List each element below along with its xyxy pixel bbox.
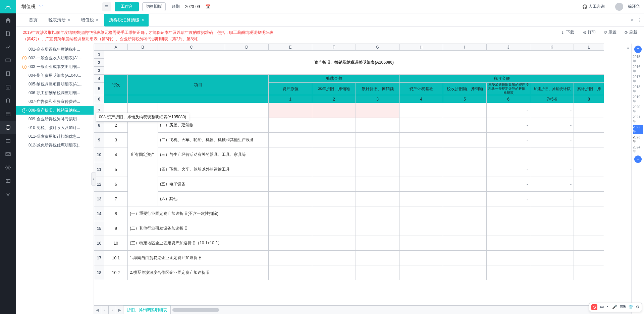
close-icon[interactable]: × — [96, 18, 98, 22]
nav-rail — [0, 0, 16, 314]
svg-rect-1 — [7, 72, 10, 76]
reset-button[interactable]: ↺重置 — [604, 29, 616, 35]
year-scroll-down-icon[interactable]: ⌄ — [634, 155, 642, 163]
nav-report-icon[interactable] — [0, 80, 16, 94]
year-button[interactable]: 2020年 — [633, 105, 643, 114]
nav-doc-icon[interactable] — [0, 27, 16, 40]
tree-item[interactable]: 007-广告费和业务宣传费跨... — [16, 97, 94, 106]
tree-item[interactable]: 006-职工薪酬纳税调整明细... — [16, 88, 94, 97]
warning-badge-icon: ! — [22, 108, 26, 113]
close-all-icon[interactable]: ✕ — [631, 18, 634, 22]
tree-item[interactable]: !008-资产折旧、摊销及纳税... — [16, 106, 94, 115]
calendar-icon[interactable]: 📅 — [205, 4, 210, 9]
download-icon: ⭳ — [561, 30, 565, 35]
horizontal-scrollbar[interactable] — [171, 306, 631, 314]
print-button[interactable]: 🖨打印 — [582, 29, 596, 35]
form-tree: 001-企业所得税年度纳税申...!002-一般企业收入明细表(A1...!00… — [16, 44, 94, 314]
tab[interactable]: 增值税× — [76, 14, 103, 26]
warning-badge-icon: ! — [22, 56, 26, 60]
ime-item[interactable]: ⌨ — [620, 305, 626, 310]
year-rail: ⌃ 2015年2016年2017年2018年2019年2020年2021年202… — [631, 44, 644, 314]
tree-tooltip: 008-资产折旧、摊销及纳税调整明细表(A105080) — [96, 113, 189, 122]
warning-badge-icon: ! — [22, 65, 26, 69]
print-icon: 🖨 — [582, 30, 586, 35]
tab-bar: 首页税表清册×增值税×所得税汇算清缴× ✕ ⋮ — [16, 13, 644, 27]
nav-video-icon[interactable] — [0, 174, 16, 188]
workbench-button[interactable]: 工作台 — [115, 2, 139, 11]
list-icon-button[interactable] — [102, 2, 111, 11]
nav-settings-icon[interactable] — [0, 161, 16, 174]
headset-icon: 🎧 — [582, 4, 587, 9]
close-icon[interactable]: × — [68, 18, 70, 22]
switch-old-button[interactable]: 切换旧版 — [142, 2, 166, 11]
svg-rect-3 — [6, 112, 10, 116]
topbar: 增值税 ﹀ 工作台 切换旧版 账期 2023-09 📅 🎧人工咨询 | 徐泽华 — [16, 0, 644, 13]
tree-item[interactable]: 005-纳税调整项目明细表(A1... — [16, 80, 94, 88]
alert-text: 2019年度涉及取以前年度结转数据的申报表单元格需要手工维护正确，才能保证本年及… — [23, 29, 278, 42]
year-button[interactable]: 2023年 — [633, 135, 643, 144]
expand-icon[interactable]: » — [626, 44, 631, 51]
app-logo — [0, 0, 16, 13]
tree-item[interactable]: 010-免税、减计收入及加计... — [16, 123, 94, 132]
tree-item[interactable]: 012-减免所得税优惠明细表(... — [16, 141, 94, 149]
year-button[interactable]: 2019年 — [633, 95, 643, 104]
tree-item[interactable]: 004-期间费用明细表(A1040... — [16, 71, 94, 80]
sheet-nav-first-icon[interactable]: ◀ — [94, 306, 101, 314]
nav-archive-icon[interactable] — [0, 134, 16, 147]
tab[interactable]: 首页 — [24, 14, 42, 26]
sheet-tab[interactable]: 折旧、摊销调整明细表 — [123, 306, 171, 314]
ime-logo-icon: S — [591, 304, 597, 310]
nav-home-icon[interactable] — [0, 13, 16, 27]
nav-calendar-icon[interactable] — [0, 107, 16, 121]
consult-link[interactable]: 🎧人工咨询 — [582, 4, 605, 9]
ime-toolbar[interactable]: S 中•,🎤⌨👕⚙ — [589, 303, 642, 312]
username: 徐泽华 — [628, 4, 640, 9]
tab[interactable]: 税表清册× — [44, 14, 75, 26]
download-button[interactable]: ⭳下载 — [561, 29, 574, 35]
refresh-icon: ⟳ — [625, 30, 628, 35]
year-button[interactable]: 2016年 — [633, 64, 643, 74]
nav-tax-icon[interactable] — [0, 121, 16, 134]
sheet-nav-last-icon[interactable]: ▶ — [116, 306, 123, 314]
chevron-down-icon[interactable]: ﹀ — [39, 4, 43, 9]
avatar[interactable] — [615, 3, 623, 11]
year-button[interactable]: 2024年 — [633, 145, 643, 154]
sheet-tab-bar: ◀ ‹ › ▶ 折旧、摊销调整明细表 — [94, 305, 631, 314]
tree-item[interactable]: 001-企业所得税年度纳税申... — [16, 45, 94, 54]
close-icon[interactable]: × — [142, 18, 144, 22]
ime-item[interactable]: 🎤 — [612, 305, 617, 310]
year-button[interactable]: 2017年 — [633, 74, 643, 84]
nav-wallet-icon[interactable] — [0, 54, 16, 67]
year-button[interactable]: 2018年 — [633, 84, 643, 94]
sheet-nav-prev-icon[interactable]: ‹ — [101, 306, 109, 314]
tree-item[interactable]: !003-一般企业成本支出明细... — [16, 62, 94, 71]
nav-mail-icon[interactable] — [0, 147, 16, 161]
tab-menu-icon[interactable]: ⋮ — [637, 18, 641, 22]
nav-clipboard-icon[interactable] — [0, 67, 16, 80]
year-scroll-up-icon[interactable]: ⌃ — [634, 46, 642, 53]
year-button[interactable]: 2021年 — [633, 115, 643, 124]
period-label: 账期 — [172, 4, 180, 9]
period-value[interactable]: 2023-09 — [185, 4, 200, 9]
nav-chart-icon[interactable] — [0, 40, 16, 54]
tree-item[interactable]: !002-一般企业收入明细表(A1... — [16, 54, 94, 62]
nav-building-icon[interactable] — [0, 94, 16, 107]
sheet-nav-next-icon[interactable]: › — [109, 306, 116, 314]
refresh-button[interactable]: ⟳刷新 — [625, 29, 637, 35]
svg-rect-4 — [6, 139, 10, 143]
year-button[interactable]: 2015年 — [633, 54, 643, 64]
ime-item[interactable]: 中 — [600, 305, 604, 310]
svg-rect-0 — [6, 59, 10, 62]
nav-v-icon[interactable] — [0, 188, 16, 201]
ime-item[interactable]: ⚙ — [636, 305, 640, 310]
year-button[interactable]: 2022年 — [633, 125, 643, 134]
svg-point-6 — [7, 167, 9, 169]
tab[interactable]: 所得税汇算清缴× — [104, 14, 149, 26]
tree-item[interactable]: 009-企业所得税弥补亏损明... — [16, 115, 94, 123]
ime-item[interactable]: •, — [607, 305, 609, 310]
tree-collapse-handle[interactable]: ‹ — [91, 172, 96, 186]
tree-item[interactable]: 011-研发费用加计扣除优惠... — [16, 132, 94, 141]
spreadsheet[interactable]: » ABCDEFGHIJKL1资产折旧、摊销及纳税调整明细表(A105080)2… — [94, 44, 631, 305]
reset-icon: ↺ — [604, 30, 607, 35]
ime-item[interactable]: 👕 — [628, 305, 633, 310]
